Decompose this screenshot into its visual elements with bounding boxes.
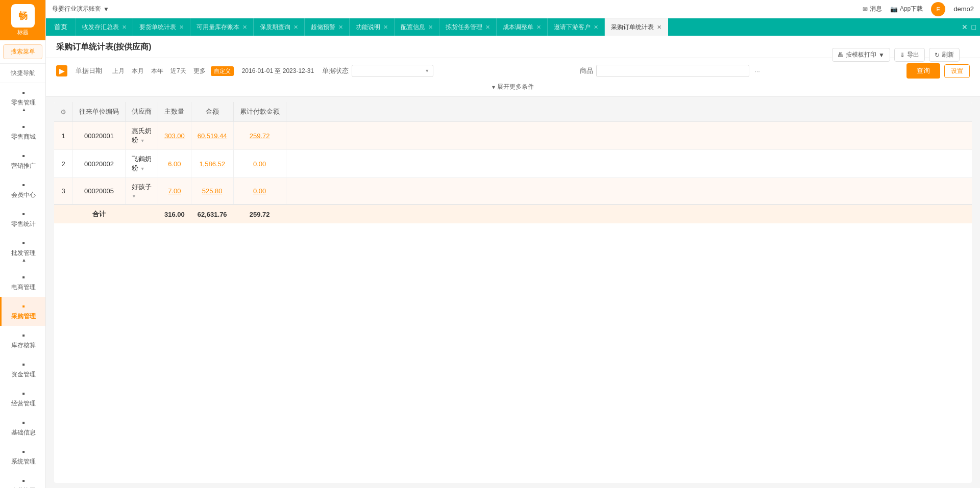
topbar: 母婴行业演示账套 ▼ ✉ 消息 📷 App下载 E demo2 xyxy=(46,0,980,18)
cell-supplier-1: 飞鹤奶粉 ▼ xyxy=(126,150,158,178)
export-label: 导出 xyxy=(907,50,919,59)
message-button[interactable]: ✉ 消息 xyxy=(863,5,882,13)
goods-more-icon[interactable]: ··· xyxy=(754,67,760,75)
table-row: 3 00020005 好孩子 ▼ 7.00 525.80 0.00 xyxy=(54,178,972,205)
topbar-right: ✉ 消息 📷 App下载 E demo2 xyxy=(863,2,974,16)
tab-pick-task-mgmt[interactable]: 拣货任务管理✕ xyxy=(439,18,497,36)
column-setting-icon[interactable]: ⚙ xyxy=(60,108,66,116)
cell-amount-2[interactable]: 525.80 xyxy=(191,178,233,205)
cell-qty-2[interactable]: 7.00 xyxy=(158,178,191,205)
print-dropdown-icon: ▼ xyxy=(878,52,885,59)
tab-invite-downstream[interactable]: 邀请下游客户✕ xyxy=(548,18,605,36)
tab-close-purchase-order-stats[interactable]: ✕ xyxy=(657,24,662,31)
workspace-dropdown-icon: ▼ xyxy=(103,6,109,13)
tab-function-desc[interactable]: 功能说明✕ xyxy=(350,18,395,36)
date-shortcut-last-month[interactable]: 上月 xyxy=(110,66,127,76)
table-header-code: 往来单位编码 xyxy=(73,102,126,122)
supplier-expand-icon-0[interactable]: ▼ xyxy=(140,138,145,143)
sidebar-item-marketing[interactable]: ▪营销推广 xyxy=(0,146,45,175)
settings-button[interactable]: 设置 xyxy=(944,64,970,78)
workspace-selector[interactable]: 母婴行业演示账套 ▼ xyxy=(52,5,109,13)
tab-close-all-icon[interactable]: ✕ xyxy=(962,23,968,31)
filter-area: ▶ 单据日期 上月 本月 本年 近7天 更多 自定义 2016-01-01 至 … xyxy=(46,58,980,97)
search-menu-button[interactable]: 搜索菜单 xyxy=(3,44,42,59)
tab-close-config-info[interactable]: ✕ xyxy=(428,24,433,31)
sidebar-item-sys-mgmt[interactable]: ▪系统管理 xyxy=(0,442,45,471)
logo[interactable]: 畅 标题 xyxy=(0,0,45,40)
tab-close-order-stats[interactable]: ✕ xyxy=(179,24,184,31)
tab-close-function-desc[interactable]: ✕ xyxy=(383,24,388,31)
tab-available-inventory[interactable]: 可用量库存账本✕ xyxy=(190,18,254,36)
date-shortcut-this-month[interactable]: 本月 xyxy=(130,66,146,76)
tab-order-stats[interactable]: 要货单统计表✕ xyxy=(133,18,190,36)
table-header-amount: 金额 xyxy=(191,102,233,122)
date-shortcut-this-year[interactable]: 本年 xyxy=(149,66,165,76)
sidebar-item-enterprise-collab[interactable]: ▪企业协同 xyxy=(0,471,45,488)
refresh-button[interactable]: ↻ 刷新 xyxy=(929,48,960,62)
app-download-button[interactable]: 📷 App下载 xyxy=(890,5,923,13)
supplier-expand-icon-1[interactable]: ▼ xyxy=(140,166,145,171)
sidebar-item-inventory-check[interactable]: ▪库存核算 xyxy=(0,326,45,355)
sidebar-item-retail-mgmt[interactable]: ▪零售管理▲ xyxy=(0,83,45,117)
sidebar-item-basic-info[interactable]: ▪基础信息 xyxy=(0,413,45,442)
tab-close-warranty-query[interactable]: ✕ xyxy=(293,24,298,31)
sidebar-item-wholesale-mgmt[interactable]: ▪批发管理▲ xyxy=(0,234,45,268)
cell-paid-0[interactable]: 259.72 xyxy=(233,122,286,150)
footer-empty-3 xyxy=(286,204,972,223)
cell-qty-1[interactable]: 6.00 xyxy=(158,150,191,178)
cell-index-0: 1 xyxy=(54,122,73,150)
goods-filter-field: 商品 ··· xyxy=(580,65,760,77)
tab-warranty-query[interactable]: 保质期查询✕ xyxy=(254,18,305,36)
sidebar-item-retail-shop[interactable]: ▪零售商城 xyxy=(0,117,45,146)
sidebar-item-finance-mgmt[interactable]: ▪资金管理 xyxy=(0,355,45,384)
cell-paid-1[interactable]: 0.00 xyxy=(233,150,286,178)
export-icon: ⇓ xyxy=(900,52,905,59)
print-icon: 🖶 xyxy=(838,52,844,59)
cell-amount-0[interactable]: 60,519.44 xyxy=(191,122,233,150)
sidebar-item-ops-mgmt[interactable]: ▪经营管理 xyxy=(0,384,45,413)
cell-paid-2[interactable]: 0.00 xyxy=(233,178,286,205)
tab-config-info[interactable]: 配置信息✕ xyxy=(395,18,439,36)
main-content: 母婴行业演示账套 ▼ ✉ 消息 📷 App下载 E demo2 首页收发存汇总表… xyxy=(46,0,980,488)
sidebar-item-purchase-mgmt[interactable]: ▪采购管理 xyxy=(0,297,45,326)
query-button[interactable]: 查询 xyxy=(906,63,940,79)
sidebar-item-retail-stats[interactable]: ▪零售统计 xyxy=(0,204,45,234)
tab-home[interactable]: 首页 xyxy=(46,18,76,36)
tab-cost-adjust[interactable]: 成本调整单✕ xyxy=(497,18,548,36)
date-shortcut-7days[interactable]: 近7天 xyxy=(168,66,188,76)
tab-close-available-inventory[interactable]: ✕ xyxy=(242,24,247,31)
goods-filter-input[interactable] xyxy=(596,65,749,77)
cell-amount-1[interactable]: 1,586.52 xyxy=(191,150,233,178)
sidebar-item-member-center[interactable]: ▪会员中心 xyxy=(0,175,45,204)
tab-overstock-warning[interactable]: 超储预警✕ xyxy=(305,18,350,36)
cell-qty-0[interactable]: 303.00 xyxy=(158,122,191,150)
page-header: 采购订单统计表(按供应商) 🖶 按模板打印 ▼ ⇓ 导出 ↻ 刷新 xyxy=(46,36,980,58)
quicknav-button[interactable]: 快捷导航 xyxy=(0,66,45,81)
tab-close-overstock-warning[interactable]: ✕ xyxy=(338,24,343,31)
print-button[interactable]: 🖶 按模板打印 ▼ xyxy=(832,48,890,62)
cell-extra-1 xyxy=(286,150,972,178)
expand-icon: ▾ xyxy=(492,84,495,91)
date-shortcut-more[interactable]: 更多 xyxy=(191,66,208,76)
tab-fullscreen-icon[interactable]: □ xyxy=(972,23,976,31)
expand-filter-button[interactable]: ▾ 展开更多条件 xyxy=(492,83,534,91)
status-select-wrapper xyxy=(352,65,433,77)
tab-purchase-order-stats[interactable]: 采购订单统计表✕ xyxy=(605,18,668,36)
tab-close-pick-task-mgmt[interactable]: ✕ xyxy=(485,24,490,31)
export-button[interactable]: ⇓ 导出 xyxy=(894,48,925,62)
app-download-label: App下载 xyxy=(900,5,923,13)
tab-close-receive-summary[interactable]: ✕ xyxy=(122,24,127,31)
tab-close-cost-adjust[interactable]: ✕ xyxy=(536,24,541,31)
filter-row-1: ▶ 单据日期 上月 本月 本年 近7天 更多 自定义 2016-01-01 至 … xyxy=(56,63,970,79)
tab-receive-summary[interactable]: 收发存汇总表✕ xyxy=(76,18,133,36)
supplier-expand-icon-2[interactable]: ▼ xyxy=(132,194,136,199)
status-select[interactable] xyxy=(352,65,433,77)
sidebar-item-ecom-mgmt[interactable]: ▪电商管理 xyxy=(0,268,45,297)
filter-toggle-button[interactable]: ▶ xyxy=(56,65,67,76)
sidebar-quicknav-section: 快捷导航 xyxy=(0,64,45,83)
user-avatar[interactable]: E xyxy=(931,2,945,16)
tab-close-invite-downstream[interactable]: ✕ xyxy=(594,24,598,31)
header-right-buttons: 🖶 按模板打印 ▼ ⇓ 导出 ↻ 刷新 xyxy=(832,48,960,62)
date-custom-label[interactable]: 自定义 xyxy=(211,66,234,76)
username-label[interactable]: demo2 xyxy=(953,5,974,13)
